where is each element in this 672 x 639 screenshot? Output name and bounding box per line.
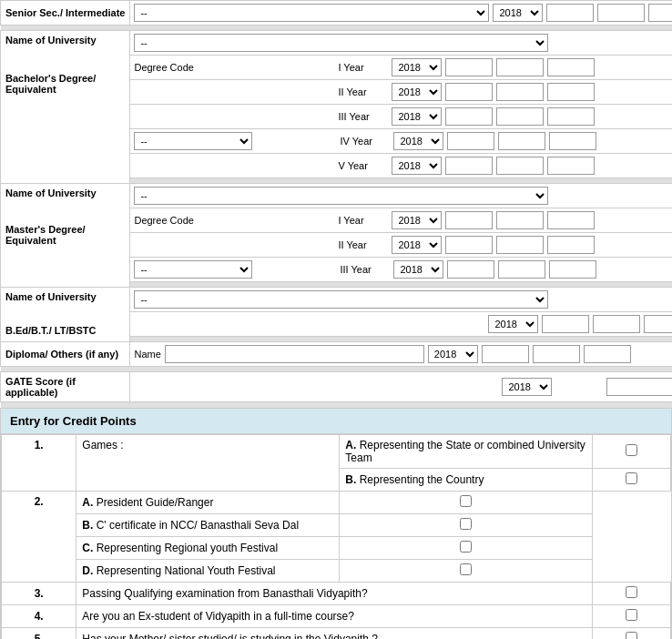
senior-sec-score2[interactable] — [597, 4, 645, 22]
bachelors-vyear-s1[interactable] — [445, 157, 493, 175]
senior-sec-content: -- 2018 — [130, 1, 672, 25]
credit-games-row-a: 1. Games : A. Representing the State or … — [2, 434, 671, 468]
senior-sec-dropdown[interactable]: -- — [134, 4, 489, 22]
bachelors-iiiyear-year[interactable]: 2018 — [392, 107, 442, 126]
diploma-s3[interactable] — [584, 345, 631, 363]
credit-games-b-text: B. Representing the Country — [340, 468, 593, 491]
credit-5-text: Has your Mother/ sister studied/ is stud… — [76, 627, 593, 639]
gate-label: GATE Score (if applicable) — [5, 376, 76, 398]
bachelors-iiyear-s1[interactable] — [445, 83, 493, 101]
bachelors-iyear-s1[interactable] — [445, 58, 493, 76]
senior-sec-score1[interactable] — [546, 4, 594, 22]
name-of-university-label-1: Name of University — [5, 35, 97, 46]
credit-2b-checkbox[interactable] — [460, 518, 472, 530]
masters-iiiyear-s3[interactable] — [549, 260, 596, 279]
masters-degree-dropdown[interactable]: -- — [134, 260, 252, 279]
bachelors-vyear-s3[interactable] — [547, 157, 595, 175]
senior-sec-label: Senior Sec./ Intermediate — [1, 1, 130, 25]
credit-3-checkbox-cell — [593, 582, 671, 604]
masters-iiyear-s2[interactable] — [496, 236, 544, 254]
bachelors-iiiyear-s2[interactable] — [496, 107, 544, 126]
masters-iiyear-s3[interactable] — [547, 236, 595, 254]
credit-4-text: Are you an Ex-student of Vidyapith in a … — [76, 604, 593, 627]
masters-iiiyear-s1[interactable] — [447, 260, 494, 279]
masters-iyear-s3[interactable] — [547, 211, 595, 229]
masters-iiyear-year[interactable]: 2018 — [392, 236, 442, 254]
diploma-label-cell: Diploma/ Others (if any) — [1, 342, 130, 367]
credit-4-checkbox[interactable] — [626, 609, 637, 621]
credit-2d-checkbox[interactable] — [460, 563, 472, 575]
masters-iiyear-s1[interactable] — [445, 236, 493, 254]
masters-iiiyear-year[interactable]: 2018 — [393, 260, 443, 279]
senior-sec-score3[interactable] — [648, 4, 672, 22]
bachelors-ivyear-s2[interactable] — [498, 132, 545, 150]
credit-5-checkbox-cell — [593, 627, 671, 639]
credit-2a-checkbox-cell — [340, 491, 593, 513]
credit-2c-text: C. Representing Regional youth Festival — [76, 536, 340, 559]
masters-iyear-s2[interactable] — [496, 211, 544, 229]
bed-s1[interactable] — [542, 315, 589, 333]
senior-sec-year[interactable]: 2018 — [493, 4, 543, 22]
gate-row: 2018 — [130, 372, 672, 402]
credit-row2-a: 2. A. President Guide/Ranger — [2, 491, 671, 513]
bachelors-vyear-year[interactable]: 2018 — [392, 157, 442, 175]
bachelors-iyear-s3[interactable] — [547, 58, 595, 76]
bed-university-dropdown[interactable]: -- — [134, 290, 548, 309]
bachelors-ivyear-s1[interactable] — [447, 132, 494, 150]
credit-games-a-checkbox-cell — [593, 434, 671, 468]
credit-row3: 3. Passing Qualifying examination from B… — [2, 582, 671, 604]
credit-2a-checkbox[interactable] — [460, 495, 472, 507]
masters-iyear-s1[interactable] — [445, 211, 493, 229]
masters-university-dropdown[interactable]: -- — [134, 187, 548, 205]
bachelors-ivyear-row: -- IV Year 2018 — [130, 129, 672, 154]
credit-games-label: Games : — [76, 434, 340, 491]
credit-games-a-text: A. Representing the State or combined Un… — [340, 434, 593, 468]
credit-3-text: Passing Qualifying examination from Bana… — [76, 582, 593, 604]
bachelors-iyear-s2[interactable] — [496, 58, 544, 76]
bachelors-univ-row: -- — [130, 31, 672, 56]
diploma-s1[interactable] — [482, 345, 529, 363]
degree-code-label-1: Degree Code — [134, 62, 334, 73]
bed-s3[interactable] — [644, 315, 672, 333]
name-of-university-label-2: Name of University — [5, 188, 97, 198]
name-of-university-label-3: Name of University — [5, 291, 97, 302]
iii-year-label: III Year — [338, 111, 388, 122]
bachelors-iiyear-s3[interactable] — [547, 83, 595, 101]
bachelors-ivyear-year[interactable]: 2018 — [393, 132, 443, 150]
credit-points-section: Entry for Credit Points 1. Games : A. Re… — [0, 408, 672, 640]
gate-year[interactable]: 2018 — [502, 378, 552, 396]
bachelors-university-dropdown[interactable]: -- — [134, 34, 548, 52]
bachelors-iiiyear-s3[interactable] — [547, 107, 595, 126]
gate-score[interactable] — [606, 378, 672, 396]
masters-iyear-year[interactable]: 2018 — [392, 211, 442, 229]
diploma-year[interactable]: 2018 — [428, 345, 478, 363]
credit-2c-checkbox-cell — [340, 536, 593, 559]
bachelors-ivyear-s3[interactable] — [549, 132, 596, 150]
bachelors-iiyear-s2[interactable] — [496, 83, 544, 101]
credit-2-label: A. President Guide/Ranger — [76, 491, 340, 513]
masters-iiiyear-s2[interactable] — [498, 260, 545, 279]
bed-year[interactable]: 2018 — [488, 315, 538, 333]
credit-games-a-checkbox[interactable] — [626, 444, 637, 456]
credit-3-checkbox[interactable] — [626, 586, 637, 598]
credit-5-checkbox[interactable] — [626, 632, 637, 640]
credit-2c-checkbox[interactable] — [460, 541, 472, 553]
credit-points-header: Entry for Credit Points — [1, 409, 671, 434]
gate-label-cell: GATE Score (if applicable) — [1, 372, 130, 402]
masters-iiiyear-label: III Year — [340, 264, 390, 275]
bachelors-vyear-s2[interactable] — [496, 157, 544, 175]
credit-row5: 5. Has your Mother/ sister studied/ is s… — [2, 627, 671, 639]
masters-label-cell: Name of University Master's Degree/ Equi… — [1, 184, 130, 288]
credit-row2-b: B. C' certificate in NCC/ Banasthali Sev… — [2, 513, 671, 536]
bachelors-iyear-year[interactable]: 2018 — [392, 58, 442, 76]
i-year-label: I Year — [338, 62, 388, 73]
bachelors-degree-dropdown[interactable]: -- — [134, 132, 252, 150]
bed-s2[interactable] — [593, 315, 640, 333]
diploma-row: Name 2018 — [130, 342, 672, 367]
bachelors-iiyear-year[interactable]: 2018 — [392, 83, 442, 101]
bachelors-iiiyear-s1[interactable] — [445, 107, 493, 126]
credit-games-b-checkbox-cell — [593, 468, 671, 491]
diploma-s2[interactable] — [533, 345, 580, 363]
diploma-name-input[interactable] — [165, 345, 424, 363]
credit-games-b-checkbox[interactable] — [626, 472, 637, 484]
